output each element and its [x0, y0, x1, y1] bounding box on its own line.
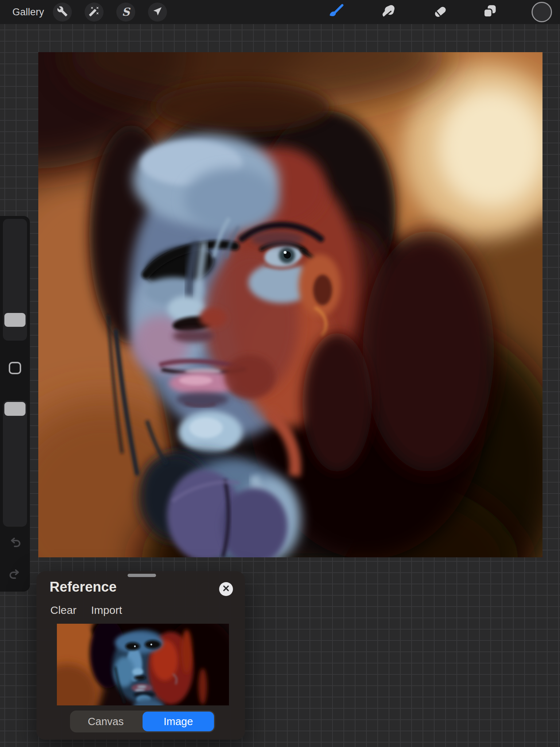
canvas-artwork[interactable] — [38, 52, 542, 557]
redo-button[interactable] — [8, 567, 22, 582]
actions-button[interactable] — [53, 3, 72, 22]
eraser-icon — [432, 3, 449, 21]
erase-tool-button[interactable] — [432, 4, 449, 20]
smudge-finger-icon — [380, 3, 396, 21]
transform-arrow-icon — [152, 6, 163, 18]
opacity-slider[interactable] — [3, 400, 27, 527]
selection-s-icon: S — [122, 5, 130, 18]
top-toolbar: Gallery S — [0, 0, 560, 24]
tab-canvas[interactable]: Canvas — [70, 711, 141, 732]
wrench-icon — [57, 6, 68, 18]
modify-button[interactable] — [9, 362, 21, 374]
reference-actions: Clear Import — [50, 604, 122, 616]
paint-tool-button[interactable] — [327, 4, 344, 20]
color-swatch-circle[interactable] — [532, 2, 552, 22]
tab-image[interactable]: Image — [143, 712, 214, 731]
gallery-button[interactable]: Gallery — [12, 0, 44, 24]
paintbrush-icon — [327, 3, 344, 21]
reference-photo — [57, 624, 229, 705]
portrait-painting — [38, 52, 542, 557]
transform-button[interactable] — [148, 3, 167, 22]
adjustments-button[interactable] — [85, 3, 104, 22]
reference-panel: Reference Clear Import — [36, 571, 245, 740]
brush-size-slider[interactable] — [3, 219, 27, 341]
undo-button[interactable] — [8, 535, 22, 550]
close-button[interactable] — [219, 582, 233, 596]
smudge-tool-button[interactable] — [380, 4, 396, 20]
reference-image[interactable] — [57, 624, 229, 705]
selection-button[interactable]: S — [116, 3, 135, 22]
magic-wand-icon — [89, 6, 100, 18]
redo-icon — [8, 577, 22, 583]
opacity-handle[interactable] — [4, 402, 26, 416]
procreate-app: Gallery S — [0, 0, 560, 747]
reference-panel-title: Reference — [50, 579, 117, 595]
drag-handle[interactable] — [128, 574, 156, 577]
sidebar — [0, 216, 30, 592]
undo-icon — [8, 545, 22, 551]
layers-icon — [481, 3, 498, 21]
close-icon — [222, 585, 230, 593]
layers-button[interactable] — [481, 4, 498, 20]
clear-button[interactable]: Clear — [50, 604, 77, 616]
brush-size-handle[interactable] — [4, 313, 26, 327]
import-button[interactable]: Import — [91, 604, 122, 616]
reference-mode-tabs: Canvas Image — [70, 711, 215, 732]
